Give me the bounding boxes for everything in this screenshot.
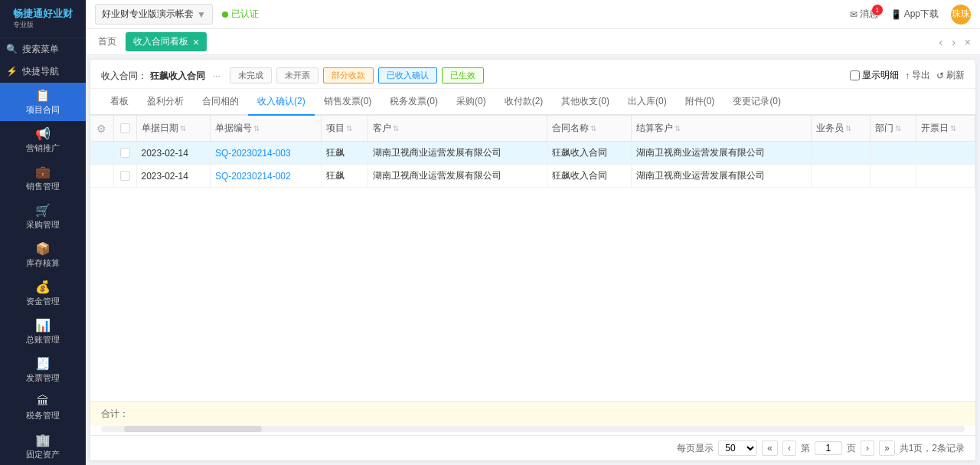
- horizontal-scrollbar[interactable]: [101, 426, 965, 432]
- table-row[interactable]: 2023-02-14 SQ-20230214-002 狂飙 湖南卫视商业运营发展…: [90, 165, 975, 188]
- sidebar-label-fixed-assets: 固定资产: [26, 449, 60, 460]
- col-settle-header: 结算客户⇅: [632, 116, 812, 142]
- row-project: 狂飙: [321, 165, 368, 188]
- salesman-sort-icon[interactable]: ⇅: [845, 124, 851, 133]
- project-sort-icon[interactable]: ⇅: [346, 124, 352, 133]
- funds-icon: 💰: [35, 280, 51, 294]
- sidebar-item-marketing[interactable]: 📢 营销推广: [0, 121, 86, 159]
- col-customer-header: 客户⇅: [368, 116, 547, 142]
- contractname-sort-icon[interactable]: ⇅: [590, 124, 596, 133]
- company-selector[interactable]: 好业财专业版演示帐套 ▼: [95, 4, 213, 25]
- sidebar-label-invoice: 发票管理: [26, 372, 60, 384]
- show-detail-checkbox[interactable]: [850, 70, 860, 80]
- sidebar-label-funds: 资金管理: [26, 296, 60, 307]
- status-effective[interactable]: 已生效: [442, 67, 484, 84]
- active-tab[interactable]: 收入合同看板 ×: [126, 32, 207, 51]
- invoicedate-sort-icon[interactable]: ⇅: [950, 124, 956, 133]
- subtab-purchase[interactable]: 采购(0): [447, 89, 495, 116]
- certified-dot: [222, 11, 228, 18]
- topbar-left: 好业财专业版演示帐套 ▼ 已认证: [95, 4, 850, 25]
- inventory-icon: 📦: [35, 241, 51, 256]
- status-no-invoice[interactable]: 未开票: [276, 67, 318, 84]
- col-department-header: 部门⇅: [870, 116, 916, 142]
- row-invoicedate: [916, 142, 975, 165]
- table-row[interactable]: 2023-02-14 SQ-20230214-003 狂飙 湖南卫视商业运营发展…: [90, 142, 975, 165]
- subtab-profit[interactable]: 盈利分析: [138, 89, 193, 116]
- tab-nav-prev[interactable]: ‹: [936, 34, 946, 50]
- tab-nav-close[interactable]: ×: [962, 34, 974, 50]
- row-date: 2023-02-14: [136, 165, 210, 188]
- quicknav-label: 快捷导航: [22, 65, 59, 78]
- sidebar-item-accounting[interactable]: 📊 总账管理: [0, 313, 86, 351]
- total-pages-text: 共1页，2条记录: [900, 442, 965, 455]
- select-all-checkbox[interactable]: [120, 123, 130, 133]
- sidebar-item-funds[interactable]: 💰 资金管理: [0, 274, 86, 313]
- settle-sort-icon[interactable]: ⇅: [675, 124, 681, 133]
- gear-settings-icon[interactable]: ⚙: [96, 123, 106, 135]
- sidebar-item-project-contract[interactable]: 📋 项目合同: [0, 83, 86, 121]
- sidebar-item-inventory[interactable]: 📦 库存核算: [0, 236, 86, 274]
- last-page-btn[interactable]: »: [879, 440, 895, 456]
- contract-label: 收入合同：: [101, 70, 147, 81]
- export-button[interactable]: ↑ 导出: [905, 69, 930, 82]
- fixed-assets-icon: 🏢: [35, 433, 51, 447]
- tab-close-button[interactable]: ×: [193, 37, 199, 47]
- subtab-change-log[interactable]: 变更记录(0): [724, 89, 790, 116]
- department-sort-icon[interactable]: ⇅: [895, 124, 901, 133]
- date-sort-icon[interactable]: ⇅: [180, 124, 186, 133]
- prev-page-btn[interactable]: ‹: [782, 440, 796, 456]
- topbar: 好业财专业版演示帐套 ▼ 已认证 ✉ 消息 1 📱 App下载 珠珠: [86, 0, 980, 29]
- user-avatar-button[interactable]: 珠珠: [951, 5, 971, 25]
- subtab-other-income[interactable]: 其他收支(0): [552, 89, 619, 116]
- customer-sort-icon[interactable]: ⇅: [393, 124, 399, 133]
- sidebar-item-tax[interactable]: 🏛 税务管理: [0, 389, 86, 427]
- page-input[interactable]: [815, 441, 842, 455]
- next-page-btn[interactable]: ›: [861, 440, 874, 456]
- orderno-sort-icon[interactable]: ⇅: [253, 124, 260, 133]
- main-area: 好业财专业版演示帐套 ▼ 已认证 ✉ 消息 1 📱 App下载 珠珠: [86, 0, 980, 465]
- scrollbar-thumb[interactable]: [124, 426, 262, 432]
- sidebar-label-marketing: 营销推广: [26, 142, 60, 154]
- subtab-contract-related[interactable]: 合同相的: [193, 89, 248, 116]
- message-badge: 1: [872, 5, 883, 15]
- status-revenue-confirmed[interactable]: 已收入确认: [378, 67, 437, 84]
- row-checkbox[interactable]: [120, 148, 130, 158]
- status-partial-receipt[interactable]: 部分收款: [323, 67, 374, 84]
- sidebar-item-purchase[interactable]: 🛒 采购管理: [0, 198, 86, 236]
- row-customer: 湖南卫视商业运营发展有限公司: [368, 165, 547, 188]
- per-page-select[interactable]: 50 20 100: [718, 440, 757, 456]
- table-footer: 合计：: [90, 401, 975, 426]
- order-link[interactable]: SQ-20230214-003: [215, 148, 291, 159]
- subtab-kanban[interactable]: 看板: [101, 89, 138, 116]
- sidebar-item-invoice[interactable]: 🧾 发票管理: [0, 351, 86, 389]
- row-checkbox[interactable]: [120, 171, 130, 181]
- sidebar-item-search[interactable]: 🔍 搜索菜单: [0, 38, 86, 61]
- row-customer: 湖南卫视商业运营发展有限公司: [368, 142, 547, 165]
- subtab-revenue-confirm[interactable]: 收入确认(2): [248, 89, 315, 116]
- active-tab-label: 收入合同看板: [133, 35, 188, 48]
- company-name: 好业财专业版演示帐套: [102, 8, 194, 21]
- order-link[interactable]: SQ-20230214-002: [215, 171, 291, 182]
- subtab-tax-invoice[interactable]: 税务发票(0): [381, 89, 447, 116]
- sales-icon: 💼: [35, 165, 51, 179]
- app-download-button[interactable]: 📱 App下载: [890, 8, 939, 21]
- sidebar-item-quicknav[interactable]: ⚡ 快捷导航: [0, 61, 86, 83]
- col-contractname-header: 合同名称⇅: [547, 116, 632, 142]
- subtab-attachments[interactable]: 附件(0): [676, 89, 724, 116]
- first-page-btn[interactable]: «: [762, 440, 778, 456]
- message-button[interactable]: ✉ 消息 1: [850, 8, 878, 21]
- subtab-payment[interactable]: 收付款(2): [495, 89, 553, 116]
- certified-label: 已认证: [231, 8, 259, 21]
- home-tab[interactable]: 首页: [92, 35, 122, 48]
- sidebar-item-sales[interactable]: 💼 销售管理: [0, 159, 86, 198]
- tab-nav-next[interactable]: ›: [949, 34, 959, 50]
- app-download-label: App下载: [904, 8, 939, 21]
- refresh-button[interactable]: ↺ 刷新: [936, 69, 965, 82]
- contract-more-button[interactable]: ···: [213, 70, 220, 81]
- status-incomplete[interactable]: 未完成: [230, 67, 272, 84]
- subtab-inout-stock[interactable]: 出入库(0): [619, 89, 676, 116]
- table-area: ⚙ 单据日期⇅ 单据编号⇅ 项目⇅: [90, 116, 975, 401]
- subtab-sales-invoice[interactable]: 销售发票(0): [315, 89, 381, 116]
- company-dropdown-icon: ▼: [197, 9, 206, 20]
- sidebar-item-fixed-assets[interactable]: 🏢 固定资产: [0, 427, 86, 465]
